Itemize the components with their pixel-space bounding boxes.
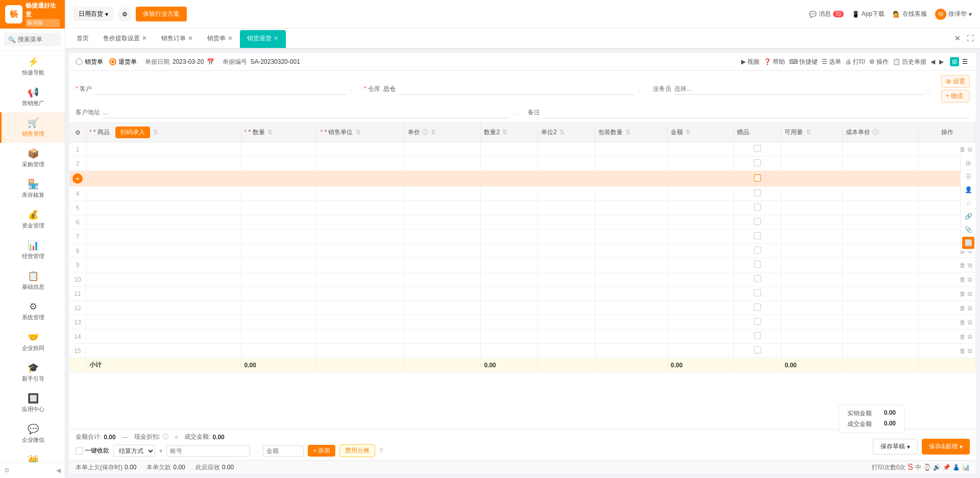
tab-sale-return[interactable]: 销货退货 ✕	[240, 30, 286, 48]
close-tab-button[interactable]: ✕	[952, 33, 963, 43]
right-panel-star-icon[interactable]: ☆	[962, 197, 974, 209]
add-payment-button[interactable]: + 添加	[308, 445, 335, 457]
tab-close-sale-return[interactable]: ✕	[274, 35, 279, 42]
sidebar-item-newbie[interactable]: 🎓 新手引导	[0, 357, 65, 388]
sort-avail-icon[interactable]: ⇅	[806, 129, 811, 136]
row-available[interactable]	[781, 171, 843, 187]
taskbar-icon4[interactable]: 📌	[943, 464, 950, 471]
row-cost[interactable]	[843, 171, 919, 187]
video-btn[interactable]: ▶ 视频	[741, 58, 760, 66]
taskbar-icon5[interactable]: 👗	[952, 464, 960, 471]
tab-close-sale-order[interactable]: ✕	[188, 35, 193, 42]
copy-row-icon[interactable]: ⧉	[968, 276, 972, 283]
settings-icon[interactable]: ⚙	[4, 467, 10, 474]
list-view-btn[interactable]: ☰	[960, 57, 970, 66]
row-cost[interactable]	[843, 157, 919, 171]
row-qty2[interactable]	[481, 171, 538, 187]
product-input-active[interactable]	[89, 175, 238, 182]
sort-amount-icon[interactable]: ⇅	[685, 129, 691, 136]
delete-row-icon[interactable]: 🗑	[960, 347, 966, 355]
settle-method-select[interactable]: 结算方式	[113, 445, 155, 457]
save-draft-button[interactable]: 保存草稿 ▾	[873, 439, 918, 455]
app-download-button[interactable]: 📱 App下载	[852, 10, 885, 18]
sort-pack-icon[interactable]: ⇅	[625, 129, 630, 136]
copy-row-icon[interactable]: ⧉	[968, 333, 972, 340]
help-btn[interactable]: ❓ 帮助	[764, 58, 785, 66]
sort-qty-icon[interactable]: ⇅	[267, 129, 273, 136]
row-amount[interactable]	[668, 157, 734, 171]
sort-product-icon[interactable]: ⇅	[153, 129, 158, 136]
delete-row-icon[interactable]: 🗑	[960, 146, 966, 153]
right-panel-clip-icon[interactable]: 📎	[962, 223, 974, 236]
sidebar-item-basic[interactable]: 📋 基础信息	[0, 265, 65, 296]
copy-row-icon[interactable]: ⧉	[968, 319, 972, 326]
table-settings-icon[interactable]: ⚙	[75, 129, 81, 136]
col-settings[interactable]: ⚙	[69, 123, 86, 142]
account-input[interactable]	[166, 445, 250, 457]
row-gift[interactable]	[734, 157, 781, 171]
sidebar-item-member[interactable]: 👑 畅会员	[0, 449, 65, 462]
settle-method-dropdown[interactable]: ▾	[159, 447, 162, 455]
right-panel-active-icon[interactable]: ⬜	[962, 237, 974, 249]
sort-unit2-icon[interactable]: ⇅	[559, 129, 565, 136]
sidebar-item-system[interactable]: ⚙ 系统管理	[0, 296, 65, 326]
settings-side-btn[interactable]: ⚙ 设置	[941, 75, 970, 88]
tab-close-sale-price[interactable]: ✕	[142, 35, 147, 42]
radio-sale-bill[interactable]: 销货单	[76, 58, 103, 66]
row-qty2[interactable]	[481, 142, 538, 157]
row-gift[interactable]	[734, 142, 781, 157]
scan-barcode-btn[interactable]: 扫码录入	[115, 127, 150, 138]
one-click-payment-label[interactable]: 一键收款	[76, 446, 109, 455]
sidebar-item-apps[interactable]: 🔲 应用中心	[0, 388, 65, 418]
save-new-button[interactable]: 保存&新增 ▾	[922, 439, 970, 455]
sidebar-item-inventory[interactable]: 🏪 库存核算	[0, 173, 65, 204]
copy-row-icon[interactable]: ⧉	[968, 347, 972, 355]
row-qty[interactable]	[241, 171, 317, 187]
right-panel-link-icon[interactable]: 🔗	[962, 210, 974, 222]
sort-price-icon[interactable]: ⇅	[431, 129, 436, 136]
row-price[interactable]	[405, 142, 481, 157]
history-btn[interactable]: 📋 历史单据	[893, 58, 926, 66]
logistics-btn[interactable]: + 物流	[941, 90, 970, 103]
sidebar-item-purchase[interactable]: 📦 采购管理	[0, 143, 65, 173]
online-service-button[interactable]: 💁 在线客服	[893, 10, 927, 18]
delete-row-icon[interactable]: 🗑	[960, 290, 966, 297]
header-settings-button[interactable]: ⚙	[117, 7, 132, 21]
sidebar-item-marketing[interactable]: 📢 营销推广	[0, 82, 65, 112]
user-menu-button[interactable]: 徐 徐泽华 ▾	[935, 9, 972, 20]
row-amount[interactable]	[668, 171, 734, 187]
row-price[interactable]	[405, 171, 481, 187]
sort-qty2-icon[interactable]: ⇅	[502, 129, 507, 136]
right-panel-table-icon[interactable]: ⊞	[962, 157, 974, 169]
row-qty2[interactable]	[481, 157, 538, 171]
sort-unit-icon[interactable]: ⇅	[356, 129, 361, 136]
remark-input[interactable]	[543, 107, 970, 118]
copy-row-icon[interactable]: ⧉	[968, 290, 972, 297]
select-btn[interactable]: ☰ 选单	[822, 58, 841, 66]
staff-input[interactable]	[674, 83, 923, 95]
delete-row-icon[interactable]: 🗑	[960, 319, 966, 326]
right-panel-person-icon[interactable]: 👤	[962, 184, 974, 196]
collapse-icon[interactable]: ◀	[56, 467, 61, 474]
split-help-icon[interactable]: ?	[379, 447, 383, 455]
row-cost[interactable]	[843, 142, 919, 157]
tab-sale-price[interactable]: 售价提取设置 ✕	[96, 30, 154, 48]
row-product[interactable]	[86, 157, 241, 171]
copy-row-icon[interactable]: ⧉	[968, 305, 972, 312]
split-cost-button[interactable]: 费用分摊	[339, 444, 375, 457]
sidebar-item-wechat[interactable]: 💬 企业微信	[0, 418, 65, 449]
try-plan-button[interactable]: 体验行业方案	[136, 7, 187, 21]
operate-btn[interactable]: ⚙ 操作	[869, 58, 889, 66]
row-product[interactable]	[86, 142, 241, 157]
taskbar-icon1[interactable]: 中	[915, 463, 921, 472]
row-qty[interactable]	[241, 142, 317, 157]
sidebar-item-enterprise[interactable]: 🤝 企业协同	[0, 326, 65, 357]
sidebar-item-sales[interactable]: 🛒 销售管理	[0, 112, 65, 143]
delete-row-icon[interactable]: 🗑	[960, 276, 966, 283]
row-product[interactable]	[86, 171, 241, 187]
search-menu-button[interactable]: 🔍 搜索菜单	[4, 33, 61, 46]
radio-return-bill[interactable]: 退货单	[109, 58, 137, 66]
expand-tab-button[interactable]: ⛶	[965, 33, 976, 43]
delete-row-icon[interactable]: 🗑	[960, 262, 966, 269]
tab-home[interactable]: 首页	[69, 30, 96, 48]
